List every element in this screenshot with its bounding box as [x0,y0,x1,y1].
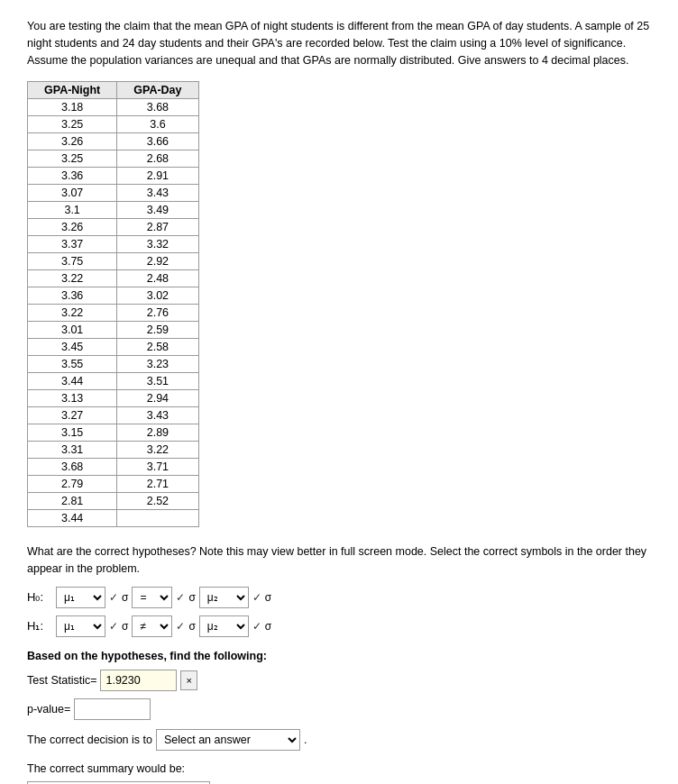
h1-sigma3: σ [265,620,271,633]
table-row: 3.152.89 [28,424,199,442]
pvalue-label: p-value= [27,703,70,716]
pvalue-input[interactable] [74,698,151,720]
h0-op-select[interactable]: =≠<>≤≥ [132,587,172,608]
table-row: 3.222.76 [28,305,199,322]
h0-label: H₀: [27,590,52,604]
h1-op-select[interactable]: =≠<>≤≥ [132,615,172,637]
table-row: 3.263.66 [28,133,199,150]
test-stat-label: Test Statistic= [27,674,96,687]
table-row: 3.752.92 [28,253,199,270]
table-row: 3.363.02 [28,287,199,305]
h0-sigma2: σ [188,591,195,604]
find-section: Based on the hypotheses, find the follow… [27,650,651,720]
table-row: 3.44 [28,510,199,527]
table-row: 3.362.91 [28,168,199,185]
test-stat-clear-button[interactable]: × [180,670,197,690]
h1-sigma2: σ [188,620,195,633]
h1-check1: ✓ [109,620,118,633]
h1-select2[interactable]: μ₁μ₂σ₁σ₂ [199,615,249,637]
table-row: 3.183.68 [28,99,199,116]
table-row: 3.012.59 [28,322,199,339]
table-row: 3.443.51 [28,373,199,390]
h1-row: H₁: μ₁μ₂σ₁σ₂ ✓ σ =≠<>≤≥ ✓ σ μ₁μ₂σ₁σ₂ ✓ σ [27,615,651,637]
decision-row: The correct decision is to Select an ans… [27,729,651,751]
table-row: 3.553.23 [28,356,199,373]
data-table: GPA-Night GPA-Day 3.183.683.253.63.263.6… [27,81,199,527]
table-row: 3.262.87 [28,219,199,236]
h0-select2[interactable]: μ₁μ₂σ₁σ₂ [199,587,249,608]
decision-select[interactable]: Select an answerReject H₀Fail to Reject … [156,729,300,751]
col-header-day: GPA-Day [117,82,198,99]
summary-title: The correct summary would be: [27,760,651,778]
h0-sigma3: σ [265,591,271,604]
table-row: 3.073.43 [28,185,199,202]
table-row: 3.273.43 [28,407,199,424]
test-stat-input[interactable] [100,670,177,691]
h1-sigma1: σ [122,620,128,633]
h0-select1[interactable]: μ₁μ₂σ₁σ₂ [56,587,105,608]
table-row: 3.313.22 [28,442,199,459]
table-row: 3.253.6 [28,116,199,133]
h1-check2: ✓ [176,620,185,633]
decision-period: . [304,734,307,746]
table-row: 3.452.58 [28,339,199,356]
h0-row: H₀: μ₁μ₂σ₁σ₂ ✓ σ =≠<>≤≥ ✓ σ μ₁μ₂σ₁σ₂ ✓ σ [27,587,651,608]
intro-paragraph: You are testing the claim that the mean … [27,18,651,68]
col-header-night: GPA-Night [28,82,117,99]
table-row: 2.812.52 [28,493,199,510]
table-row: 3.13.49 [28,202,199,219]
h1-select1[interactable]: μ₁μ₂σ₁σ₂ [56,615,105,637]
find-title: Based on the hypotheses, find the follow… [27,650,651,662]
table-row: 3.222.48 [28,270,199,287]
h0-sigma1: σ [122,591,128,604]
h0-check2: ✓ [176,591,185,604]
summary-section: The correct summary would be: Select an … [27,760,651,784]
h1-check3: ✓ [252,620,261,633]
decision-label: The correct decision is to [27,734,152,746]
table-row: 3.252.68 [28,150,199,168]
table-row: 2.792.71 [28,476,199,493]
test-stat-row: Test Statistic= × [27,670,651,691]
pvalue-row: p-value= [27,698,651,720]
h1-label: H₁: [27,619,52,633]
table-row: 3.132.94 [28,390,199,407]
hypotheses-section: What are the correct hypotheses? Note th… [27,543,651,637]
table-row: 3.683.71 [28,459,199,476]
h0-check3: ✓ [252,591,261,604]
hyp-question-text: What are the correct hypotheses? Note th… [27,543,651,578]
h0-check1: ✓ [109,591,118,604]
table-row: 3.373.32 [28,236,199,253]
